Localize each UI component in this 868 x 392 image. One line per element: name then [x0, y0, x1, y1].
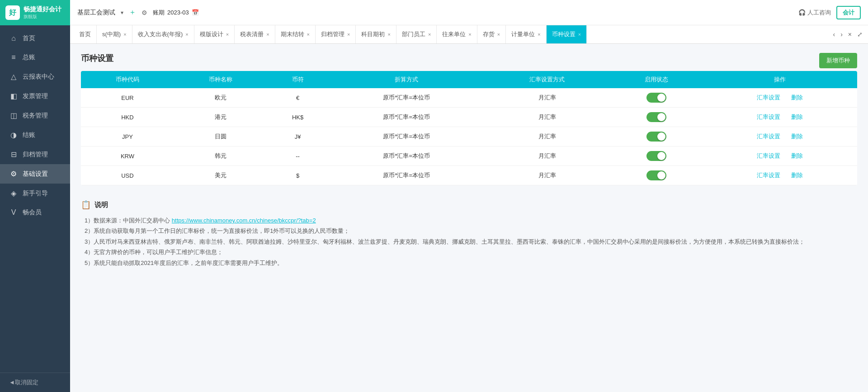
account-button[interactable]: 会计: [836, 6, 861, 19]
tab-close-period[interactable]: ×: [307, 32, 310, 37]
sidebar-label-checkout: 结账: [23, 131, 35, 139]
page-title: 币种设置: [81, 53, 857, 64]
tab-currency[interactable]: 币种设置×: [547, 25, 587, 43]
delete-link-2[interactable]: 删除: [791, 132, 803, 141]
tab-close-stock[interactable]: ×: [497, 32, 500, 37]
tab-stock[interactable]: 存货×: [477, 25, 506, 43]
note-item: 4）无官方牌价的币种，可以用户手工维护汇率信息；: [85, 247, 857, 257]
actions-cell: 汇率设置 删除: [703, 166, 857, 185]
member-icon: V: [9, 208, 18, 217]
cell-3: 原币*汇率=本位币: [328, 108, 485, 127]
sidebar-item-checkout[interactable]: ◑ 结账: [0, 125, 70, 145]
sidebar-item-member[interactable]: V 畅会员: [0, 203, 70, 222]
delete-link-4[interactable]: 删除: [791, 171, 803, 179]
tab-dept[interactable]: 部门员工×: [396, 25, 437, 43]
sidebar-item-archive[interactable]: ⊟ 归档管理: [0, 145, 70, 164]
cell-3: 原币*汇率=本位币: [328, 146, 485, 166]
sidebar-item-report[interactable]: △ 云报表中心: [0, 67, 70, 86]
tab-archivemgr[interactable]: 归档管理×: [316, 25, 356, 43]
sidebar-nav: ⌂ 首页 ≡ 总账 △ 云报表中心 ◧ 发票管理 ◫ 税务管理 ◑ 结账 ⊟ 归…: [0, 25, 70, 373]
enable-toggle-0[interactable]: [646, 93, 666, 103]
sidebar-item-home[interactable]: ⌂ 首页: [0, 29, 70, 48]
tab-expand-btn[interactable]: ⤢: [855, 29, 864, 40]
tab-close-all-btn[interactable]: ×: [846, 29, 854, 40]
tab-template[interactable]: 模版设计×: [194, 25, 235, 43]
tab-close-income[interactable]: ×: [185, 32, 188, 37]
enable-toggle-3[interactable]: [646, 151, 666, 161]
tab-unit[interactable]: 计量单位×: [506, 25, 546, 43]
sidebar-item-guide[interactable]: ◈ 新手引导: [0, 184, 70, 203]
logo-main: 畅捷通好会计: [24, 5, 61, 14]
note-link[interactable]: https://www.chinamoney.com.cn/chinese/bk…: [172, 217, 316, 224]
toggle-cell: [610, 88, 703, 108]
toggle-knob-0: [657, 94, 665, 102]
sidebar-item-settings[interactable]: ⚙ 基础设置: [0, 164, 70, 184]
rate-setting-link-1[interactable]: 汇率设置: [757, 113, 780, 121]
tab-close-dept[interactable]: ×: [428, 32, 431, 37]
tab-partner[interactable]: 往来单位×: [437, 25, 477, 43]
sidebar-label-settings: 基础设置: [23, 170, 48, 178]
tab-label-period: 期末结转: [281, 30, 304, 38]
tab-close-subject[interactable]: ×: [387, 32, 390, 37]
sidebar-label-archive: 归档管理: [23, 151, 48, 159]
tab-close-unit[interactable]: ×: [538, 32, 540, 37]
tab-label-currency: 币种设置: [552, 30, 576, 38]
tab-label-template: 模版设计: [200, 30, 223, 38]
tab-close-currency[interactable]: ×: [578, 32, 581, 37]
company-dropdown-icon[interactable]: ▾: [121, 9, 123, 16]
tab-close-partner[interactable]: ×: [468, 32, 471, 37]
tab-close-balance[interactable]: ×: [123, 32, 126, 37]
period-label: 账期: [153, 9, 165, 17]
delete-link-1[interactable]: 删除: [791, 113, 803, 121]
service-button[interactable]: 🎧 人工咨询: [798, 9, 831, 17]
tab-close-archivemgr[interactable]: ×: [347, 32, 350, 37]
enable-toggle-4[interactable]: [646, 170, 666, 180]
sidebar-item-tax[interactable]: ◫ 税务管理: [0, 106, 70, 125]
tab-taxclear[interactable]: 税表清册×: [235, 25, 275, 43]
tab-income[interactable]: 收入支出表(年报)×: [132, 25, 194, 43]
tab-next-btn[interactable]: ›: [839, 29, 844, 40]
sidebar-logo: 好 畅捷通好会计 旗舰版: [0, 0, 70, 25]
note-icon: 📋: [81, 200, 91, 210]
sidebar-item-invoice[interactable]: ◧ 发票管理: [0, 86, 70, 106]
cell-4: 月汇率: [485, 108, 609, 127]
service-label: 人工咨询: [807, 9, 831, 17]
tab-subject[interactable]: 科目期初×: [356, 25, 396, 43]
settings-icon[interactable]: ⚙: [142, 9, 147, 16]
tab-balance[interactable]: s(中期)×: [97, 25, 132, 43]
new-currency-button[interactable]: 新增币种: [819, 53, 857, 68]
rate-setting-link-2[interactable]: 汇率设置: [757, 132, 780, 141]
main-area: 基层工会测试 ▾ ＋ ⚙ 账期 2023-03 📅 🎧 人工咨询 会计 首页s(…: [70, 0, 868, 392]
logo-text: 畅捷通好会计 旗舰版: [24, 5, 61, 20]
cell-2: J¥: [267, 127, 328, 146]
sidebar-item-ledger[interactable]: ≡ 总账: [0, 48, 70, 67]
cell-1: 港元: [174, 108, 267, 127]
calendar-icon[interactable]: 📅: [192, 9, 199, 16]
rate-setting-link-4[interactable]: 汇率设置: [757, 171, 780, 179]
tab-label-home: 首页: [79, 30, 91, 38]
tab-period[interactable]: 期末结转×: [275, 25, 316, 43]
tab-prev-btn[interactable]: ‹: [831, 29, 837, 40]
cell-0: JPY: [81, 127, 174, 146]
tab-close-taxclear[interactable]: ×: [266, 32, 269, 37]
actions-cell: 汇率设置 删除: [703, 127, 857, 146]
tab-close-template[interactable]: ×: [226, 32, 229, 37]
tab-home[interactable]: 首页: [74, 25, 97, 43]
invoice-icon: ◧: [9, 92, 18, 100]
headset-icon: 🎧: [798, 9, 806, 16]
table-header-row: 币种代码币种名称币符折算方式汇率设置方式启用状态操作: [81, 71, 857, 88]
enable-toggle-2[interactable]: [646, 132, 666, 142]
delete-link-0[interactable]: 删除: [791, 94, 803, 102]
toggle-cell: [610, 166, 703, 185]
sidebar-footer[interactable]: ◄取消固定: [0, 373, 70, 392]
note-header: 📋 说明: [81, 200, 857, 210]
add-tab-icon[interactable]: ＋: [129, 8, 136, 17]
cell-1: 美元: [174, 166, 267, 185]
cell-4: 月汇率: [485, 127, 609, 146]
cell-2: HK$: [267, 108, 328, 127]
enable-toggle-1[interactable]: [646, 112, 666, 122]
rate-setting-link-0[interactable]: 汇率设置: [757, 94, 780, 102]
delete-link-3[interactable]: 删除: [791, 152, 803, 160]
rate-setting-link-3[interactable]: 汇率设置: [757, 152, 780, 160]
col-header: 操作: [703, 71, 857, 88]
